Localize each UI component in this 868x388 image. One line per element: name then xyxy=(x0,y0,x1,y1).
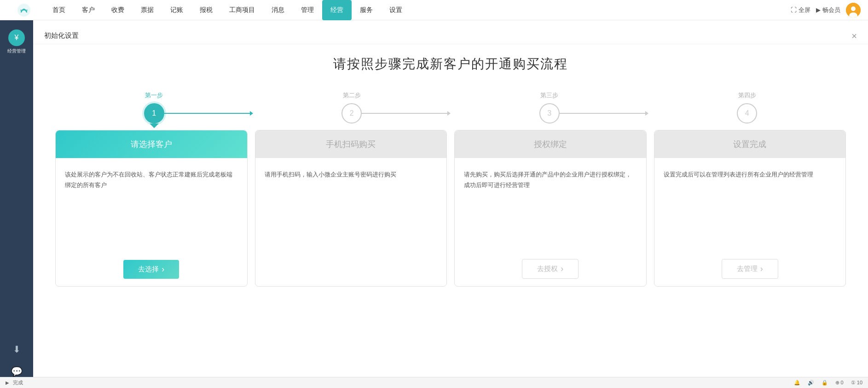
notify-icon: 🔔 xyxy=(794,380,800,386)
nav-account[interactable]: 记账 xyxy=(162,0,191,20)
step4-card: 设置完成 设置完成后可以在管理列表进行所有企业用户的经营管理 去管理 › xyxy=(654,130,846,287)
step2-card: 手机扫码购买 请用手机扫码，输入小微企业主账号密码进行购买 xyxy=(255,130,447,287)
step4-action-btn[interactable]: 去管理 › xyxy=(722,259,778,279)
download-icon[interactable]: ⬇ xyxy=(9,340,24,359)
page-header: 初始化设置 × xyxy=(33,20,868,44)
step3-card-body: 请先购买，购买后选择开通的产品中的企业用户进行授权绑定，成功后即可进行经营管理 xyxy=(455,158,646,252)
nav-operation[interactable]: 经营 xyxy=(322,0,352,20)
volume-icon: 🔊 xyxy=(808,380,814,386)
steps-section: 第一步 1 第二步 xyxy=(55,91,846,287)
count-zero: ⊕ 0 xyxy=(835,380,844,386)
step1-card-footer: 去选择 › xyxy=(56,253,247,286)
step4-card-body: 设置完成后可以在管理列表进行所有企业用户的经营管理 xyxy=(654,158,846,252)
step3-label: 第三步 xyxy=(531,91,568,100)
step2-card-body: 请用手机扫码，输入小微企业主账号密码进行购买 xyxy=(255,158,447,271)
step1-label: 第一步 xyxy=(136,91,173,100)
nav-tax[interactable]: 报税 xyxy=(191,0,221,20)
step2-circle: 2 xyxy=(341,103,362,123)
step3-card-footer: 去授权 › xyxy=(455,252,646,286)
step3-circle: 3 xyxy=(539,103,560,123)
svg-point-2 xyxy=(851,6,856,11)
status-bar-right: 🔔 🔊 🔒 ⊕ 0 ① 10 xyxy=(794,380,862,386)
sidebar-bottom: ⬇ 💬 xyxy=(7,340,26,381)
step4-card-footer: 去管理 › xyxy=(654,252,846,286)
step2-card-header: 手机扫码购买 xyxy=(255,130,447,158)
status-bar: ▶ 完成 🔔 🔊 🔒 ⊕ 0 ① 10 xyxy=(0,377,868,388)
main-title: 请按照步骤完成新客户的开通购买流程 xyxy=(333,55,568,73)
nav-bill[interactable]: 票据 xyxy=(133,0,162,20)
count-ten: ① 10 xyxy=(851,380,862,386)
nav-items: 首页 客户 收费 票据 记账 报税 工商项目 消息 管理 经营 服务 设置 xyxy=(44,0,791,20)
step4-card-header: 设置完成 xyxy=(654,130,846,158)
nav-message[interactable]: 消息 xyxy=(263,0,293,20)
nav-fee[interactable]: 收费 xyxy=(103,0,133,20)
cards-row: 请选择客户 该处展示的客户为不在回收站、客户状态正常建账后完成老板端绑定的所有客… xyxy=(55,130,846,287)
avatar[interactable] xyxy=(846,3,861,18)
sidebar-item-operation[interactable]: ¥ 经营管理 xyxy=(0,24,33,59)
step3-card-header: 授权绑定 xyxy=(455,130,646,158)
nav-right: ⛶ 全屏 ▶ 畅会员 xyxy=(791,3,861,18)
play-icon[interactable]: ▶ xyxy=(6,380,9,385)
step4-btn-arrow: › xyxy=(760,264,763,274)
close-button[interactable]: × xyxy=(851,31,857,41)
nav-business[interactable]: 工商项目 xyxy=(221,0,263,20)
step3-btn-arrow: › xyxy=(561,264,563,274)
step3-action-btn[interactable]: 去授权 › xyxy=(522,259,579,279)
page-title: 初始化设置 xyxy=(44,31,79,40)
step1-pointer xyxy=(150,123,159,128)
nav-home[interactable]: 首页 xyxy=(44,0,74,20)
step1-card: 请选择客户 该处展示的客户为不在回收站、客户状态正常建账后完成老板端绑定的所有客… xyxy=(55,130,248,287)
step3-card: 授权绑定 请先购买，购买后选择开通的产品中的企业用户进行授权绑定，成功后即可进行… xyxy=(454,130,647,287)
content-area: 请按照步骤完成新客户的开通购买流程 第一步 1 xyxy=(33,44,868,377)
fullscreen-btn[interactable]: ⛶ 全屏 xyxy=(791,6,810,14)
step2-card-footer xyxy=(255,271,447,286)
fullscreen-icon: ⛶ xyxy=(791,6,797,13)
step1-card-body: 该处展示的客户为不在回收站、客户状态正常建账后完成老板端绑定的所有客户 xyxy=(56,158,247,253)
logo xyxy=(7,3,41,18)
nav-service[interactable]: 服务 xyxy=(352,0,381,20)
sidebar: ¥ 经营管理 ⬇ 💬 xyxy=(0,20,33,388)
step1-card-header: 请选择客户 xyxy=(56,130,247,158)
step1-btn-arrow: › xyxy=(162,265,164,274)
operation-icon: ¥ xyxy=(8,29,25,46)
vip-btn[interactable]: ▶ 畅会员 xyxy=(816,6,840,14)
vip-icon: ▶ xyxy=(816,6,821,13)
nav-settings[interactable]: 设置 xyxy=(381,0,411,20)
step4-circle: 4 xyxy=(737,103,757,123)
nav-customer[interactable]: 客户 xyxy=(74,0,103,20)
step2-label: 第二步 xyxy=(333,91,370,100)
nav-manage[interactable]: 管理 xyxy=(293,0,322,20)
status-text: 完成 xyxy=(13,379,23,386)
lock-icon: 🔒 xyxy=(822,380,828,386)
main-area: 初始化设置 × 请按照步骤完成新客户的开通购买流程 第一步 1 xyxy=(33,20,868,377)
step1-action-btn[interactable]: 去选择 › xyxy=(123,260,179,279)
step4-label: 第四步 xyxy=(729,91,765,100)
top-nav: 首页 客户 收费 票据 记账 报税 工商项目 消息 管理 经营 服务 设置 ⛶ … xyxy=(0,0,868,20)
step1-circle: 1 xyxy=(144,103,164,123)
